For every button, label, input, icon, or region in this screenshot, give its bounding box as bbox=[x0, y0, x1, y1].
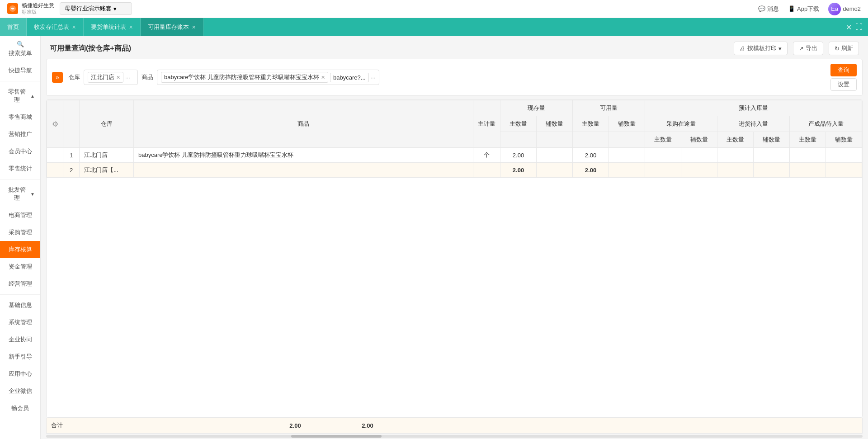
query-button[interactable]: 查询 bbox=[830, 64, 857, 76]
content-area: 可用量查询(按仓库+商品) 🖨 按模板打印 ▾ ↗ 导出 ↻ 刷新 » bbox=[41, 36, 868, 439]
logo-text: 畅捷通好生意 bbox=[22, 2, 54, 9]
sidebar-quick-nav[interactable]: 快捷导航 bbox=[0, 62, 40, 79]
cell-product-1: babycare学饮杯 儿童防摔防撞吸管杯重力球吸嘴杯宝宝水杯 bbox=[134, 148, 473, 163]
chevron-down-icon: ▾ bbox=[113, 5, 117, 12]
warehouse-filter-more[interactable]: ··· bbox=[125, 74, 130, 81]
sidebar-divider-1 bbox=[0, 81, 40, 81]
warehouse-filter-input[interactable]: 江北门店 ✕ ··· bbox=[84, 70, 138, 85]
sidebar-item-purchase-mgmt[interactable]: 采购管理 bbox=[0, 224, 40, 241]
sidebar-item-system-mgmt[interactable]: 系统管理 bbox=[0, 314, 40, 331]
sidebar-item-vip[interactable]: 畅会员 bbox=[0, 400, 40, 417]
close-all-icon[interactable]: ✕ bbox=[846, 23, 852, 32]
cell-current-main-1: 2.00 bbox=[500, 148, 537, 163]
user-profile[interactable]: Ea demo2 bbox=[828, 3, 861, 15]
sidebar-item-app-center[interactable]: 应用中心 bbox=[0, 365, 40, 382]
industry-label: 母婴行业演示账套 bbox=[65, 5, 112, 13]
filter-actions: 查询 设置 bbox=[830, 64, 857, 91]
logo-text-area: 畅捷通好生意 标准版 bbox=[22, 2, 54, 15]
th-product: 商品 bbox=[134, 100, 473, 148]
sidebar-item-retail-stats[interactable]: 零售统计 bbox=[0, 160, 40, 177]
print-button[interactable]: 🖨 按模板打印 ▾ bbox=[734, 42, 788, 55]
warehouse-filter-tag: 江北门店 ✕ bbox=[88, 72, 123, 83]
sidebar-ecommerce-mgmt-label: 电商管理 bbox=[9, 211, 32, 219]
sidebar-item-member-center[interactable]: 会员中心 bbox=[0, 143, 40, 160]
sidebar-inventory-check-label: 库存核算 bbox=[9, 245, 32, 254]
cell-unit-2 bbox=[473, 163, 500, 178]
sidebar-vip-label: 畅会员 bbox=[11, 404, 29, 412]
cell-purchase-main-1 bbox=[645, 148, 681, 163]
top-bar: 畅捷通好生意 标准版 母婴行业演示账套 ▾ 💬 消息 📱 App下载 Ea de… bbox=[0, 0, 868, 18]
th-num bbox=[63, 100, 80, 148]
sidebar-item-retail-mgmt[interactable]: 零售管理 ▲ bbox=[0, 83, 40, 109]
sidebar-finance-mgmt-label: 资金管理 bbox=[9, 263, 32, 271]
sidebar-item-new-guide[interactable]: 新手引导 bbox=[0, 348, 40, 365]
filter-toggle-btn[interactable]: » bbox=[52, 72, 63, 83]
warehouse-tag-close[interactable]: ✕ bbox=[116, 75, 120, 80]
cell-product-in-aux-2 bbox=[826, 163, 862, 178]
industry-selector[interactable]: 母婴行业演示账套 ▾ bbox=[60, 2, 132, 15]
tab-receive-summary[interactable]: 收发存汇总表 ✕ bbox=[27, 18, 84, 36]
print-label: 按模板打印 bbox=[747, 44, 777, 52]
chevron-print-icon: ▾ bbox=[778, 45, 782, 52]
sidebar-item-retail-mall[interactable]: 零售商城 bbox=[0, 109, 40, 126]
sidebar-item-inventory-check[interactable]: 库存核算 bbox=[0, 241, 40, 258]
page-title: 可用量查询(按仓库+商品) bbox=[50, 44, 131, 53]
settings-gear-icon[interactable]: ⚙ bbox=[52, 120, 58, 128]
export-button[interactable]: ↗ 导出 bbox=[793, 42, 823, 55]
th-current-main-2 bbox=[500, 132, 537, 148]
maximize-icon[interactable]: ⛶ bbox=[855, 23, 863, 31]
chevron-icon-2: ▼ bbox=[30, 192, 35, 197]
product-filter-more[interactable]: ··· bbox=[371, 74, 376, 81]
sidebar-marketing-label: 营销推广 bbox=[9, 130, 32, 138]
tab-order-summary[interactable]: 要货单统计表 ✕ bbox=[84, 18, 141, 36]
scroll-track[interactable] bbox=[46, 435, 863, 438]
tab-receive-summary-close[interactable]: ✕ bbox=[72, 24, 76, 30]
cell-available-aux-2 bbox=[609, 163, 645, 178]
refresh-label: 刷新 bbox=[841, 44, 853, 52]
footer-label: 合计 bbox=[51, 421, 277, 430]
tab-available-ledger-close[interactable]: ✕ bbox=[192, 24, 196, 30]
username: demo2 bbox=[843, 5, 861, 12]
th-current-aux: 辅数量 bbox=[537, 116, 573, 132]
refresh-button[interactable]: ↻ 刷新 bbox=[829, 42, 859, 55]
cell-available-aux-1 bbox=[609, 148, 645, 163]
th-product-incoming-group: 产成品待入量 bbox=[790, 116, 862, 132]
sidebar-item-finance-mgmt[interactable]: 资金管理 bbox=[0, 258, 40, 275]
scroll-thumb[interactable] bbox=[291, 435, 382, 438]
tab-home[interactable]: 首页 bbox=[0, 18, 27, 36]
sidebar-item-marketing[interactable]: 营销推广 bbox=[0, 126, 40, 143]
sidebar-item-enterprise-collab[interactable]: 企业协同 bbox=[0, 331, 40, 348]
settings-button[interactable]: 设置 bbox=[830, 78, 857, 91]
sidebar-item-ecommerce-mgmt[interactable]: 电商管理 bbox=[0, 207, 40, 224]
product-filter-label: 商品 bbox=[142, 73, 153, 81]
sidebar-app-center-label: 应用中心 bbox=[9, 370, 32, 378]
table-row: 1 江北门店 babycare学饮杯 儿童防摔防撞吸管杯重力球吸嘴杯宝宝水杯 个… bbox=[47, 148, 862, 163]
product-tag-1-label: babycare学饮杯 儿童防摔防撞吸管杯重力球吸嘴杯宝宝水杯 bbox=[164, 73, 319, 81]
message-action[interactable]: 💬 消息 bbox=[758, 5, 779, 13]
product-filter-tag-2: babycare?... bbox=[330, 73, 369, 82]
cell-product-2 bbox=[134, 163, 473, 178]
sidebar-search[interactable]: 🔍 搜索菜单 bbox=[0, 36, 40, 62]
tab-available-ledger[interactable]: 可用量库存账本 ✕ bbox=[141, 18, 203, 36]
product-tag-1-close[interactable]: ✕ bbox=[321, 75, 325, 80]
sidebar-basic-info-label: 基础信息 bbox=[9, 301, 32, 309]
cell-purchase-main-2 bbox=[645, 163, 681, 178]
message-icon: 💬 bbox=[758, 5, 765, 12]
product-filter-input[interactable]: babycare学饮杯 儿童防摔防撞吸管杯重力球吸嘴杯宝宝水杯 ✕ babyca… bbox=[157, 70, 379, 85]
tab-order-summary-close[interactable]: ✕ bbox=[129, 24, 133, 30]
home-label: 首页 bbox=[7, 23, 19, 31]
search-icon: 🔍 bbox=[17, 41, 24, 47]
sidebar-item-operations-mgmt[interactable]: 经营管理 bbox=[0, 275, 40, 293]
sidebar-item-basic-info[interactable]: 基础信息 bbox=[0, 297, 40, 314]
tab-bar: 首页 收发存汇总表 ✕ 要货单统计表 ✕ 可用量库存账本 ✕ ✕ ⛶ bbox=[0, 18, 868, 36]
app-download-action[interactable]: 📱 App下载 bbox=[788, 5, 819, 13]
tab-available-ledger-label: 可用量库存账本 bbox=[148, 23, 189, 31]
sidebar-item-wholesale-mgmt[interactable]: 批发管理 ▼ bbox=[0, 181, 40, 207]
th-available-aux: 辅数量 bbox=[609, 116, 645, 132]
cell-product-in-main-2 bbox=[790, 163, 826, 178]
phone-icon: 📱 bbox=[788, 5, 795, 12]
filter-group: 仓库 江北门店 ✕ ··· 商品 babycare学饮杯 儿童防摔防撞吸管杯重力… bbox=[68, 70, 825, 85]
footer-available-main: 2.00 bbox=[349, 422, 386, 429]
sidebar-item-enterprise-wechat[interactable]: 企业微信 bbox=[0, 382, 40, 400]
cell-goods-main-2 bbox=[717, 163, 754, 178]
